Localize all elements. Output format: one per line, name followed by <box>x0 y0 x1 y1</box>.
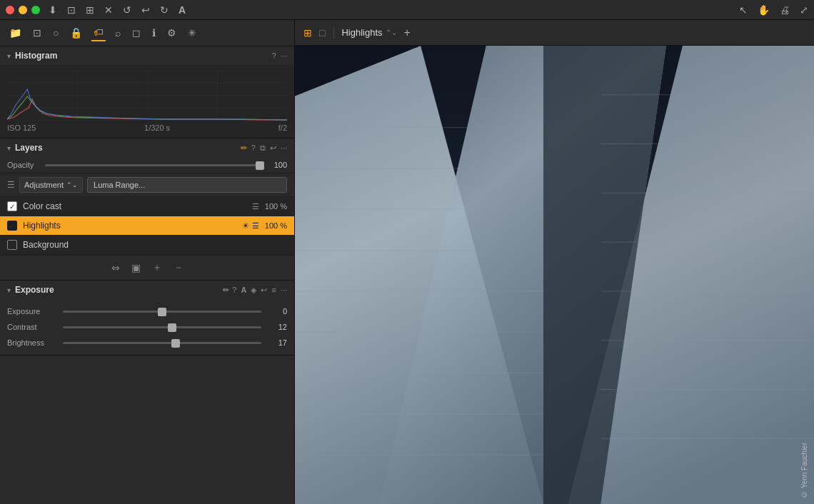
layer-add-icon[interactable]: ＋ <box>152 261 162 274</box>
note-tool-icon[interactable]: ◻ <box>130 25 143 41</box>
cursor-icon[interactable]: ↖ <box>739 4 748 16</box>
layer-item-highlights[interactable]: ✓ Highlights ☀ ☰ 100 % <box>0 216 294 236</box>
contrast-slider[interactable] <box>63 326 261 328</box>
download-icon[interactable]: ⬇ <box>49 4 57 16</box>
opacity-row: Opacity 100 <box>0 157 294 173</box>
histogram-body: ISO 125 1/320 s f/2 <box>0 65 294 138</box>
layer-list: ✓ Color cast ☰ 100 % ✓ Highlights ☀ ☰ <box>0 197 294 255</box>
layers-more-icon[interactable]: ··· <box>281 143 287 152</box>
watermark: © Yenn Fauchier <box>800 443 808 498</box>
layer-remove-icon[interactable]: － <box>174 261 184 274</box>
search-tool-icon[interactable]: ⌕ <box>113 25 123 41</box>
print-icon[interactable]: 🖨 <box>780 4 790 16</box>
exposure-color-icon[interactable]: ◈ <box>251 286 256 295</box>
opacity-label: Opacity <box>7 161 39 169</box>
grid-view-icon[interactable]: ⊞ <box>302 26 313 40</box>
minimize-button[interactable] <box>19 6 27 14</box>
text-icon[interactable]: A <box>179 4 186 16</box>
layer-item-colorcast[interactable]: ✓ Color cast ☰ 100 % <box>0 197 294 216</box>
colorcast-name: Color cast <box>23 201 246 211</box>
expand-icon[interactable]: ⤢ <box>800 4 808 16</box>
close-button[interactable] <box>6 6 14 14</box>
aperture-label: f/2 <box>278 124 287 132</box>
colorcast-checkbox[interactable]: ✓ <box>7 201 17 211</box>
exposure-undo-icon[interactable]: ↩ <box>261 286 267 295</box>
layers-header[interactable]: ▾ Layers ✏ ? ⧉ ↩ ··· <box>0 138 294 157</box>
background-checkbox[interactable] <box>7 240 17 250</box>
titlebar: ⬇ ⊡ ⊞ ✕ ↺ ↩ ↻ A ↖ ✋ 🖨 ⤢ <box>0 0 814 20</box>
hand-icon[interactable]: ✋ <box>758 4 770 16</box>
advanced-tool-icon[interactable]: ✳ <box>186 25 199 41</box>
lock-tool-icon[interactable]: 🔒 <box>68 25 84 41</box>
viewer-image: © Yenn Fauchier <box>295 46 814 504</box>
opacity-slider[interactable] <box>45 164 260 166</box>
camera-tool-icon[interactable]: ⊡ <box>31 25 44 41</box>
exposure-title: Exposure <box>15 285 223 295</box>
histogram-help-icon[interactable]: ? <box>272 51 276 60</box>
info-tool-icon[interactable]: ℹ <box>150 25 158 41</box>
toolbar-right: ↖ ✋ 🖨 ⤢ <box>739 4 808 16</box>
exposure-body: Exposure 0 Contrast 12 Brightness <box>0 299 294 355</box>
exposure-auto-icon[interactable]: A <box>241 286 246 294</box>
folder-tool-icon[interactable]: 📁 <box>7 25 24 41</box>
histogram-more-icon[interactable]: ··· <box>281 51 287 60</box>
layers-body: Opacity 100 ☰ Adjustment ⌃⌄ Luma Range..… <box>0 157 294 280</box>
view-mode-icons: ⊞ □ <box>302 26 326 40</box>
layer-name-selector[interactable]: Highlights ⌃⌄ <box>341 27 396 38</box>
layers-copy-icon[interactable]: ⧉ <box>260 143 266 153</box>
highlights-name: Highlights <box>23 221 236 231</box>
layer-mask-icon[interactable]: ▣ <box>131 262 141 273</box>
highlights-pct: 100 % <box>265 221 287 230</box>
viewer-layer-name: Highlights <box>341 27 382 38</box>
camera-icon[interactable]: ⊡ <box>67 4 76 16</box>
grid-icon[interactable]: ⊞ <box>86 4 94 16</box>
right-panel: ⊞ □ Highlights ⌃⌄ + <box>295 20 814 504</box>
exposure-more-icon[interactable]: ··· <box>281 286 287 294</box>
undo2-icon[interactable]: ↩ <box>141 4 150 16</box>
shutter-label: 1/320 s <box>144 124 170 132</box>
exposure-slider[interactable] <box>63 311 261 313</box>
background-name: Background <box>23 240 276 250</box>
layers-edit-icon[interactable]: ✏ <box>241 143 247 153</box>
histogram-meta: ISO 125 1/320 s f/2 <box>7 124 287 132</box>
layers-collapse-icon: ▾ <box>7 144 11 152</box>
adjustment-select[interactable]: Adjustment ⌃⌄ <box>19 177 83 193</box>
close-icon[interactable]: ✕ <box>104 4 113 16</box>
layers-help-icon[interactable]: ? <box>251 143 256 152</box>
exposure-row: Exposure 0 <box>7 303 287 319</box>
circle-tool-icon[interactable]: ○ <box>51 25 61 41</box>
exposure-header-icons: ? A ◈ ↩ ≡ ··· <box>232 286 287 295</box>
histogram-header[interactable]: ▾ Histogram ? ··· <box>0 46 294 65</box>
redo-icon[interactable]: ↻ <box>160 4 169 16</box>
layer-actions: ⇔ ▣ ＋ － <box>0 255 294 280</box>
layers-section: ▾ Layers ✏ ? ⧉ ↩ ··· Opacity 100 <box>0 138 294 281</box>
settings-tool-icon[interactable]: ⚙ <box>165 25 179 41</box>
single-view-icon[interactable]: □ <box>318 26 326 40</box>
histogram-section: ▾ Histogram ? ··· <box>0 46 294 138</box>
exposure-header[interactable]: ▾ Exposure ✏ ? A ◈ ↩ ≡ ··· <box>0 281 294 299</box>
layers-header-icons: ? ⧉ ↩ ··· <box>251 143 287 153</box>
traffic-lights <box>6 6 40 14</box>
layer-item-background[interactable]: Background <box>0 236 294 255</box>
tag-tool-icon[interactable]: 🏷 <box>91 24 106 41</box>
highlights-checkbox[interactable]: ✓ <box>7 221 17 231</box>
maximize-button[interactable] <box>31 6 40 14</box>
brightness-slider[interactable] <box>63 342 261 344</box>
luma-range-button[interactable]: Luma Range... <box>87 177 287 193</box>
adjustment-label: Adjustment <box>24 181 64 189</box>
highlights-sun-icon: ☀ <box>242 221 249 231</box>
layers-undo-icon[interactable]: ↩ <box>270 143 276 153</box>
brightness-row: Brightness 17 <box>7 335 287 351</box>
photo-preview <box>295 46 814 504</box>
exposure-list-icon[interactable]: ≡ <box>271 286 276 294</box>
contrast-value: 12 <box>267 323 287 331</box>
undo-icon[interactable]: ↺ <box>123 4 131 16</box>
colorcast-pct: 100 % <box>265 202 287 211</box>
add-layer-icon[interactable]: + <box>404 26 411 39</box>
luma-range-label: Luma Range... <box>94 181 145 189</box>
histogram-title: Histogram <box>15 51 272 61</box>
tool-icons-row: 📁 ⊡ ○ 🔒 🏷 ⌕ ◻ ℹ ⚙ ✳ <box>0 20 294 46</box>
layer-adjust-icon[interactable]: ⇔ <box>111 262 120 273</box>
exposure-help-icon[interactable]: ? <box>232 286 236 294</box>
exposure-edit-icon[interactable]: ✏ <box>223 286 229 295</box>
